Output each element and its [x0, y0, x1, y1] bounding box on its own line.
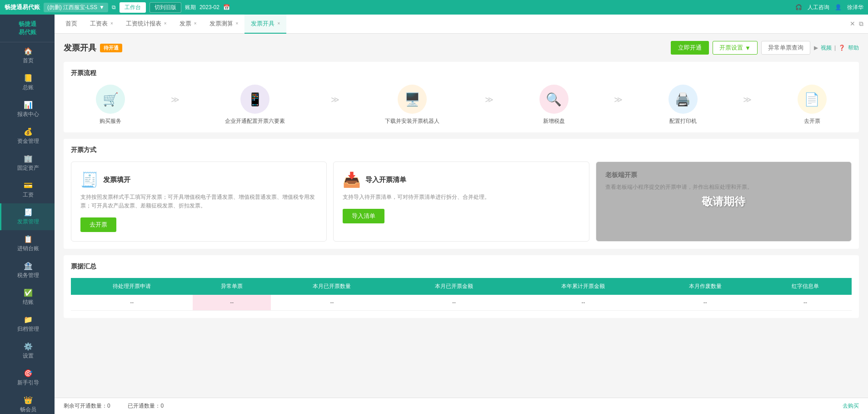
- cell-void-count: --: [652, 295, 759, 311]
- tab-invoicetool-close[interactable]: ×: [277, 21, 280, 26]
- opened-label: 已开通数量：0: [128, 403, 164, 409]
- user-name[interactable]: 徐泽华: [847, 4, 863, 11]
- tab-salary[interactable]: 工资表 ×: [84, 15, 120, 34]
- calendar-icon[interactable]: 📅: [223, 4, 230, 10]
- sidebar-item-member-label: 畅会员: [20, 406, 36, 414]
- abnormal-query-btn[interactable]: 异常单票查询: [761, 41, 810, 55]
- sidebar-item-archive[interactable]: 📁 归档管理: [0, 311, 55, 338]
- main-container: 畅捷通易代账 🏠 首页 📒 总账 📊 报表中心 💰 资金管理 🏢 固定资产 💳 …: [0, 15, 868, 414]
- remaining-label: 剩余可开通数量：0: [64, 403, 110, 409]
- tab-invoice-close[interactable]: ×: [194, 21, 197, 26]
- tab-actions: ✕ ⧉: [850, 20, 863, 28]
- sidebar-item-assets[interactable]: 🏢 固定资产: [0, 150, 55, 177]
- sidebar-item-invoice-label: 发票管理: [17, 218, 39, 226]
- user-icon: 👤: [835, 4, 842, 10]
- status-badge: 待开通: [100, 44, 122, 52]
- help-label[interactable]: 帮助: [848, 44, 859, 52]
- tab-invoicecalc-label: 发票测算: [210, 20, 233, 28]
- sidebar-item-capital[interactable]: 💰 资金管理: [0, 123, 55, 150]
- sidebar-item-purchase-label: 进销台账: [17, 245, 39, 252]
- process-step-setup[interactable]: 📱 企业开通配置开票六要素: [225, 85, 285, 125]
- period-value[interactable]: 2023-02: [200, 4, 219, 10]
- cell-pending[interactable]: --: [71, 295, 193, 311]
- col-pending: 待处理开票申请: [71, 278, 193, 295]
- goto-manual-invoice-btn[interactable]: 去开票: [80, 217, 116, 232]
- method-card-import-header: 📥 导入开票清单: [343, 171, 579, 188]
- home-icon: 🏠: [24, 47, 33, 56]
- cell-red-note: --: [759, 295, 852, 311]
- sidebar-item-payroll-label: 工资: [23, 191, 34, 199]
- step-arrow-5: ≫: [743, 95, 752, 105]
- import-invoice-icon: 📥: [343, 171, 361, 188]
- sidebar-item-purchase[interactable]: 📋 进销台账: [0, 230, 55, 257]
- tab-close-all-icon[interactable]: ✕: [850, 20, 855, 28]
- open-settings-btn[interactable]: 开票设置 ▼: [713, 41, 758, 55]
- sidebar-item-reports[interactable]: 📊 报表中心: [0, 96, 55, 123]
- period-label: 账期: [185, 4, 196, 11]
- tab-invoice[interactable]: 发票 ×: [173, 15, 203, 34]
- support-icon: 🎧: [795, 4, 802, 10]
- summary-section-title: 票据汇总: [71, 263, 852, 271]
- process-section: 开票流程 🛒 购买服务 ≫ 📱 企业开通配置开票六要素 ≫ 🖥️ 下载并安装开票: [64, 62, 859, 132]
- goto-import-invoice-btn[interactable]: 导入清单: [343, 209, 384, 223]
- sidebar-item-settlement-label: 结账: [23, 298, 34, 306]
- sidebar-item-settlement[interactable]: ✅ 结账: [0, 284, 55, 311]
- open-settings-arrow: ▼: [745, 45, 751, 51]
- sidebar-item-invoice[interactable]: 🧾 发票管理: [0, 203, 55, 230]
- old-version-btn[interactable]: 切到旧版: [150, 2, 181, 13]
- sidebar-item-payroll[interactable]: 💳 工资: [0, 177, 55, 203]
- manual-invoice-icon: 🧾: [80, 171, 99, 188]
- sidebar-item-home[interactable]: 🏠 首页: [0, 42, 55, 69]
- assets-icon: 🏢: [24, 154, 33, 163]
- printer-label: 配置打印机: [669, 117, 697, 125]
- cell-abnormal[interactable]: --: [193, 295, 271, 311]
- tab-invoice-label: 发票: [180, 20, 191, 28]
- process-step-issue[interactable]: 📄 去开票: [798, 85, 827, 125]
- payroll-icon: 💳: [24, 181, 33, 190]
- top-bar-left: 畅捷通易代账 (勿删) 江西服宝-LSS ▼ ⧉ 工作台 切到旧版 账期 202…: [5, 2, 230, 13]
- tab-home[interactable]: 首页: [59, 15, 84, 34]
- video-label[interactable]: 视频: [821, 44, 832, 52]
- col-month-amount: 本月已开票金额: [393, 278, 515, 295]
- invoice-icon: 🧾: [24, 208, 33, 217]
- sidebar-item-ledger[interactable]: 📒 总账: [0, 69, 55, 96]
- buy-link[interactable]: 去购买: [843, 402, 859, 410]
- sidebar-item-tax[interactable]: 🏦 税务管理: [0, 257, 55, 284]
- method-card-old: 老板端开票 查看老板端小程序提交的开票申请，并作出相应处理和开票。 敬请期待: [596, 162, 852, 242]
- sidebar: 畅捷通易代账 🏠 首页 📒 总账 📊 报表中心 💰 资金管理 🏢 固定资产 💳 …: [0, 15, 55, 414]
- sidebar-item-member[interactable]: 👑 畅会员: [0, 391, 55, 414]
- coming-soon-overlay: 敬请期待: [596, 162, 851, 241]
- sidebar-item-settings-label: 设置: [23, 352, 34, 360]
- process-step-download[interactable]: 🖥️ 下载并安装开票机器人: [385, 85, 439, 125]
- summary-section: 票据汇总 待处理开票申请 异常单票 本月已开票数量 本月已开票金额 本年累计开票…: [64, 255, 859, 318]
- tab-restore-icon[interactable]: ⧉: [859, 20, 863, 28]
- open-now-btn[interactable]: 立即开通: [671, 41, 709, 55]
- tab-invoicecalc[interactable]: 发票测算 ×: [203, 15, 245, 34]
- coming-soon-text: 敬请期待: [702, 194, 745, 209]
- sidebar-item-settings[interactable]: ⚙️ 设置: [0, 338, 55, 364]
- process-step-buy[interactable]: 🛒 购买服务: [96, 85, 125, 125]
- process-step-taxdisk[interactable]: 🔍 新增税盘: [539, 85, 569, 125]
- tab-salary-close[interactable]: ×: [110, 21, 113, 26]
- download-label: 下载并安装开票机器人: [385, 117, 439, 125]
- method-card-manual-header: 🧾 发票填开: [80, 171, 317, 188]
- page-title: 发票开具: [64, 42, 96, 53]
- sidebar-item-reports-label: 报表中心: [17, 111, 39, 118]
- tab-salaryreport-close[interactable]: ×: [164, 21, 167, 26]
- content-area: 首页 工资表 × 工资统计报表 × 发票 × 发票测算 × 发票开具 ×: [55, 15, 868, 414]
- tab-invoicecalc-close[interactable]: ×: [236, 21, 239, 26]
- process-step-printer[interactable]: 🖨️ 配置打印机: [668, 85, 698, 125]
- tab-salaryreport[interactable]: 工资统计报表 ×: [120, 15, 173, 34]
- sidebar-item-newguide[interactable]: 🎯 新手引导: [0, 364, 55, 391]
- sidebar-item-archive-label: 归档管理: [17, 325, 39, 333]
- tab-invoicetool[interactable]: 发票开具 ×: [244, 15, 286, 34]
- company-selector[interactable]: (勿删) 江西服宝-LSS ▼: [44, 3, 108, 12]
- copy-icon[interactable]: ⧉: [112, 4, 116, 10]
- workstation-btn[interactable]: 工作台: [120, 2, 146, 13]
- company-dropdown-icon[interactable]: ▼: [99, 4, 105, 10]
- col-month-count: 本月已开票数量: [271, 278, 393, 295]
- ledger-icon: 📒: [24, 74, 33, 82]
- printer-icon: 🖨️: [668, 85, 698, 114]
- support-label[interactable]: 人工咨询: [808, 4, 829, 11]
- process-steps: 🛒 购买服务 ≫ 📱 企业开通配置开票六要素 ≫ 🖥️ 下载并安装开票机器人 ≫: [71, 85, 852, 125]
